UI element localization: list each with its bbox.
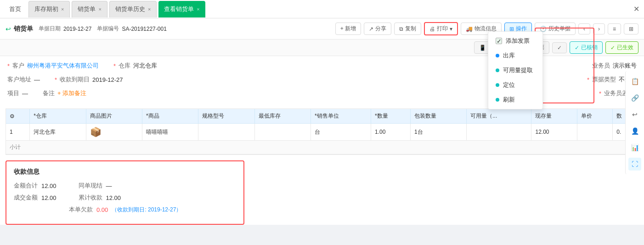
note-add[interactable]: + 添加备注: [57, 89, 86, 97]
warehouse-field: * 仓库 河北仓库: [113, 62, 157, 70]
cell-unit: 台: [311, 124, 371, 141]
col-product: *商品: [142, 109, 198, 124]
col-spec: 规格型号: [198, 109, 254, 124]
right-sidebar: 📋 🔗 ↩ 👤 📊 ⛶: [625, 71, 644, 174]
col-qty: *数量: [371, 109, 411, 124]
effect-button[interactable]: ✓ 已生效: [605, 41, 638, 54]
nav-prev-button[interactable]: ‹: [578, 23, 590, 34]
tab-home[interactable]: 首页: [4, 1, 27, 17]
total-label: 金额合计: [14, 182, 38, 190]
new-button[interactable]: + 新增: [335, 23, 361, 35]
available-qty-icon: [496, 68, 499, 72]
outbound-label: 出库: [503, 51, 515, 60]
share-button[interactable]: ↗ 分享: [364, 23, 391, 35]
tab-view-sales-close[interactable]: ×: [197, 6, 199, 12]
main-area: ↩ 销货单 单据日期 2019-12-27 单据编号 SA-20191227-0…: [0, 18, 644, 225]
customer-field: * 客户 柳州粤港平安气体有限公司: [7, 62, 99, 70]
doc-type-field: ↩ 销货单: [6, 25, 33, 33]
doc-title: 销货单: [14, 25, 33, 33]
available-qty-label: 可用量提取: [503, 66, 533, 74]
col-img: 商品图片: [86, 109, 142, 124]
dropdown-refresh[interactable]: 刷新: [488, 92, 542, 107]
tab-inventory[interactable]: 库存期初 ×: [28, 1, 70, 17]
print-button[interactable]: 🖨 打印 ▾: [424, 22, 458, 35]
confirm-button[interactable]: ✓: [552, 42, 567, 53]
dropdown-locate[interactable]: 定位: [488, 78, 542, 92]
cell-warehouse: 河北仓库: [30, 124, 86, 141]
doc-date-label: 单据日期: [39, 25, 61, 33]
same-order-field: 同单现结 —: [79, 182, 112, 190]
copy-button[interactable]: ⧉ 复制: [394, 23, 421, 35]
sidebar-icon-user[interactable]: 👤: [628, 125, 641, 137]
grid-view-button[interactable]: ⊞: [624, 23, 638, 34]
payment-row-2: 成交金额 12.00 累计收款 12.00: [14, 194, 236, 202]
nav-next-button[interactable]: ›: [593, 23, 605, 34]
payment-date-value: 2019-12-27: [92, 76, 123, 83]
payment-date-required: *: [55, 76, 57, 83]
ticket-required: *: [587, 76, 589, 83]
list-view-button[interactable]: ≡: [608, 23, 621, 34]
checked-label: 已核销: [581, 44, 598, 51]
total-field: 金额合计 12.00: [14, 182, 56, 190]
sidebar-icon-return[interactable]: ↩: [628, 108, 641, 121]
project-label: 项目: [7, 89, 19, 97]
col-current: 现存量: [531, 109, 577, 124]
tab-inventory-label: 库存期初: [34, 5, 58, 13]
address-field: 客户地址 —: [7, 75, 40, 84]
payment-title: 收款信息: [14, 168, 236, 176]
col-gear[interactable]: ⚙: [6, 109, 30, 124]
sidebar-icon-expand[interactable]: ⛶: [628, 158, 641, 171]
tab-sales[interactable]: 销货单 ×: [72, 1, 107, 17]
warehouse-required: *: [113, 63, 116, 69]
cumulative-value: 12.00: [106, 194, 121, 201]
doc-date-field: 单据日期 2019-12-27: [39, 25, 91, 33]
tab-view-sales[interactable]: 查看销货单 ×: [158, 1, 205, 17]
cumulative-label: 累计收款: [79, 194, 102, 202]
customer-value[interactable]: 柳州粤港平安气体有限公司: [27, 62, 99, 70]
payment-row-3: 本单欠款 0.00 （收款到期日: 2019-12-27）: [14, 205, 236, 214]
window-close-btn[interactable]: ✕: [633, 5, 639, 13]
doc-number-value: SA-20191227-001: [122, 26, 166, 32]
checked-icon: ✓: [575, 45, 579, 51]
refresh-icon: [496, 98, 499, 102]
same-order-label: 同单现结: [79, 182, 102, 190]
address-label: 客户地址: [7, 75, 31, 84]
owed-label: 本单欠款: [69, 205, 93, 214]
table-wrap: ⚙ *仓库 商品图片 *商品 规格型号 最低库存 *销售单位 *数量 包装数量 …: [6, 108, 638, 155]
outbound-icon: [496, 54, 499, 57]
tab-view-sales-label: 查看销货单: [164, 5, 194, 13]
payment-date-field: * 收款到期日 2019-12-27: [55, 75, 123, 84]
share-icon: ↗: [369, 26, 373, 32]
tab-sales-history[interactable]: 销货单历史 ×: [109, 1, 157, 17]
share-label: 分享: [375, 25, 386, 33]
tab-home-label: 首页: [9, 5, 21, 13]
employee-label: 业务员: [592, 62, 610, 70]
deal-field: 成交金额 12.00: [14, 194, 56, 202]
table-header-row: ⚙ *仓库 商品图片 *商品 规格型号 最低库存 *销售单位 *数量 包装数量 …: [6, 109, 638, 124]
dropdown-available-qty[interactable]: 可用量提取: [488, 63, 542, 78]
tab-sales-close[interactable]: ×: [98, 6, 101, 12]
dropdown-outbound[interactable]: 出库: [488, 48, 542, 63]
sidebar-icon-doc[interactable]: 📋: [628, 75, 641, 88]
warehouse-label: 仓库: [119, 62, 130, 70]
effect-label: 已生效: [617, 44, 633, 51]
cell-price: [577, 124, 613, 141]
doc-icon: ↩: [6, 25, 11, 33]
history-label: 历史单据: [548, 25, 571, 33]
dropdown-add-invoice[interactable]: ✓ 添加发票: [488, 34, 542, 48]
sidebar-icon-link[interactable]: 🔗: [628, 91, 641, 104]
tab-sales-history-close[interactable]: ×: [148, 6, 151, 12]
doc-number-label: 单据编号: [97, 25, 119, 33]
checked-button[interactable]: ✓ 已核销: [570, 41, 603, 54]
tab-bar: 首页 库存期初 × 销货单 × 销货单历史 × 查看销货单 × ✕: [0, 0, 644, 18]
toolbar: ↩ 销货单 单据日期 2019-12-27 单据编号 SA-20191227-0…: [0, 18, 644, 40]
ticket-label: 票据类型: [592, 75, 616, 84]
cell-qty: 1.00: [371, 124, 411, 141]
tab-inventory-close[interactable]: ×: [61, 6, 64, 12]
payment-date-label: 收款到期日: [60, 75, 90, 84]
col-min-stock: 最低库存: [254, 109, 311, 124]
doc-number-field: 单据编号 SA-20191227-001: [97, 25, 166, 33]
sidebar-icon-chart[interactable]: 📊: [628, 141, 641, 154]
cell-min-stock: [254, 124, 311, 141]
toolbar2: 📱 来自手机 ● 未开票 ✓ ✓ 已核销 ✓ 已生效: [0, 40, 644, 56]
